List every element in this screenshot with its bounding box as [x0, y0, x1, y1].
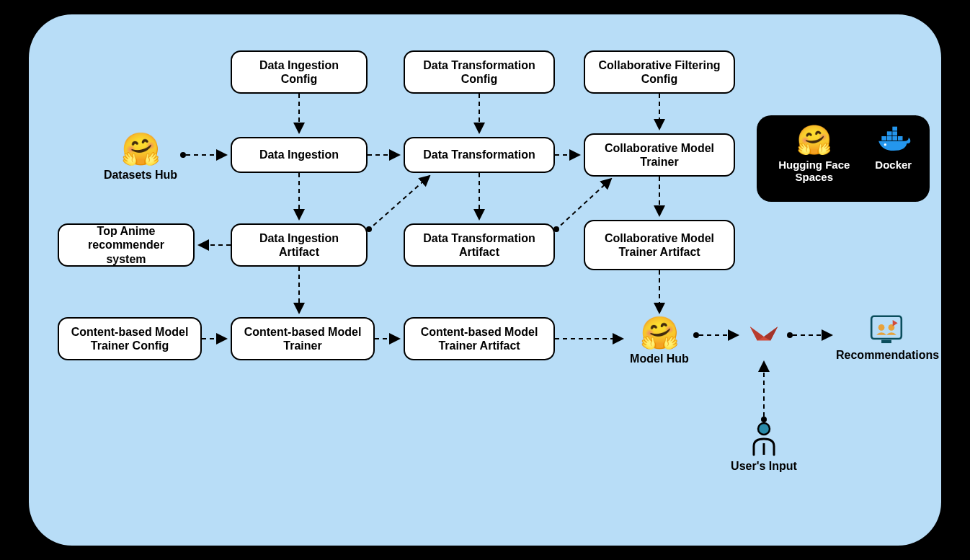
- recommendations-icon: [868, 314, 905, 345]
- icon-caption: User's Input: [728, 459, 800, 473]
- node-label: Collaborative Model Trainer: [594, 141, 725, 169]
- user-icon: [749, 422, 778, 456]
- node-data-ingestion-artifact: Data Ingestion Artifact: [231, 223, 368, 267]
- recommendations-icon-wrap: Recommendations: [836, 314, 937, 362]
- node-label: Collaborative Filtering Config: [594, 58, 725, 86]
- hugging-face-icon: 🤗: [796, 125, 832, 154]
- diagram-canvas: Data Ingestion Config Data Transformatio…: [29, 14, 941, 546]
- svg-rect-1: [881, 340, 891, 343]
- node-label: Content-based Model Trainer Artifact: [414, 325, 545, 352]
- node-content-based-trainer: Content-based Model Trainer: [231, 317, 375, 360]
- svg-rect-9: [898, 136, 903, 141]
- node-label: Content-based Model Trainer Config: [68, 325, 192, 352]
- svg-rect-10: [887, 131, 892, 135]
- hugging-face-icon: 🤗: [627, 317, 692, 349]
- node-top-anime-recommender: Top Anime recommender system: [58, 223, 195, 267]
- icon-caption: Datasets Hub: [101, 168, 180, 182]
- node-label: Collaborative Model Trainer Artifact: [594, 231, 725, 259]
- node-collaborative-model-trainer-artifact: Collaborative Model Trainer Artifact: [584, 220, 735, 270]
- svg-rect-0: [871, 316, 902, 339]
- deploy-hf-spaces: 🤗 Hugging Face Spaces: [775, 125, 854, 183]
- node-data-transformation-artifact: Data Transformation Artifact: [404, 223, 555, 267]
- streamlit-icon: [747, 321, 780, 344]
- node-data-transformation-config: Data Transformation Config: [404, 50, 555, 94]
- svg-rect-12: [892, 127, 897, 131]
- svg-point-13: [884, 143, 886, 146]
- node-label: Data Ingestion Config: [241, 58, 357, 86]
- deploy-docker: Docker: [875, 125, 912, 171]
- model-hub-icon: 🤗 Model Hub: [627, 317, 692, 365]
- users-input-icon-wrap: User's Input: [728, 422, 800, 473]
- icon-caption: Model Hub: [627, 352, 692, 365]
- node-content-based-trainer-config: Content-based Model Trainer Config: [58, 317, 202, 360]
- deploy-label: Hugging Face Spaces: [775, 159, 854, 183]
- svg-point-37: [693, 332, 699, 338]
- icon-caption: Recommendations: [836, 348, 937, 362]
- node-label: Data Ingestion Artifact: [241, 231, 357, 259]
- node-content-based-trainer-artifact: Content-based Model Trainer Artifact: [404, 317, 555, 360]
- node-label: Data Transformation Config: [414, 58, 545, 86]
- deploy-label: Docker: [875, 159, 912, 171]
- docker-icon: [876, 125, 912, 154]
- node-label: Data Transformation Artifact: [414, 231, 545, 259]
- svg-point-34: [180, 152, 186, 158]
- svg-line-24: [368, 176, 430, 231]
- hugging-face-icon: 🤗: [101, 133, 180, 165]
- node-label: Data Transformation: [423, 148, 535, 161]
- svg-rect-7: [887, 136, 892, 141]
- datasets-hub-icon: 🤗 Datasets Hub: [101, 133, 180, 182]
- svg-rect-11: [892, 131, 897, 135]
- node-data-ingestion-config: Data Ingestion Config: [231, 50, 368, 94]
- node-data-ingestion: Data Ingestion: [231, 137, 368, 173]
- svg-point-4: [758, 423, 770, 435]
- node-label: Data Ingestion: [259, 148, 339, 161]
- node-label: Top Anime recommender system: [68, 224, 184, 266]
- diagram-arrows: [29, 14, 941, 546]
- node-collaborative-filtering-config: Collaborative Filtering Config: [584, 50, 735, 94]
- streamlit-icon-wrap: [742, 321, 786, 347]
- svg-rect-8: [892, 136, 897, 141]
- deployment-box: 🤗 Hugging Face Spaces Docker: [757, 115, 930, 202]
- svg-point-2: [878, 324, 885, 331]
- node-collaborative-model-trainer: Collaborative Model Trainer: [584, 133, 735, 177]
- svg-point-38: [787, 332, 793, 338]
- node-label: Content-based Model Trainer: [241, 325, 365, 352]
- node-data-transformation: Data Transformation: [404, 137, 555, 173]
- svg-rect-6: [881, 136, 886, 141]
